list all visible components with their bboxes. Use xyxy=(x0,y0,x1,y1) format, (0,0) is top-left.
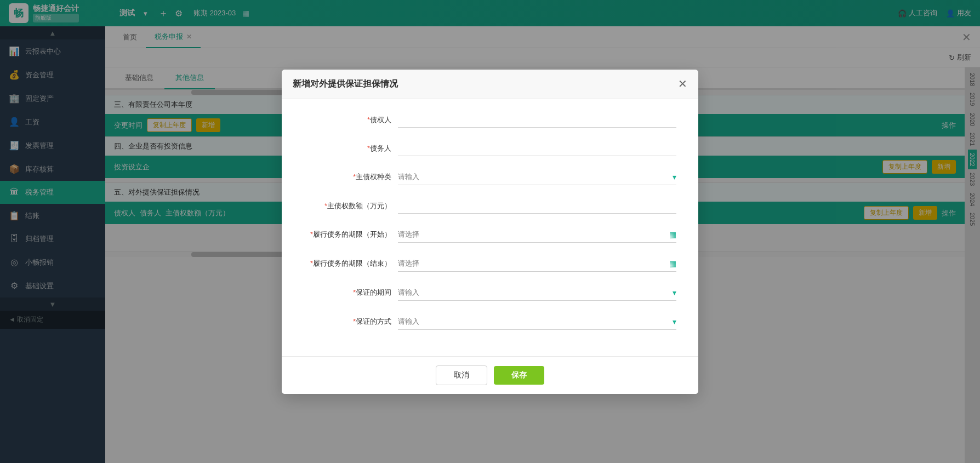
field-guarantee-method-wrapper: ▾ xyxy=(398,314,676,330)
field-guarantee-period-wrapper: ▾ xyxy=(398,285,676,301)
modal-body: *债权人 *债务人 *主债权种类 ▾ xyxy=(282,99,698,356)
field-period-start-label: *履行债务的期限（开始） xyxy=(304,230,391,239)
field-debtor-row: *债务人 xyxy=(304,141,676,156)
guarantee-method-chevron-icon[interactable]: ▾ xyxy=(673,317,676,326)
field-period-start-wrapper: ▦ xyxy=(398,227,676,243)
field-creditor-input[interactable] xyxy=(398,112,676,128)
field-creditor-label: *债权人 xyxy=(304,115,391,125)
guarantee-period-chevron-icon[interactable]: ▾ xyxy=(673,288,676,297)
field-guarantee-method-input[interactable] xyxy=(398,317,673,325)
modal-dialog: 新增对外提供保证担保情况 ✕ *债权人 *债务人 * xyxy=(282,70,698,394)
field-period-start-input[interactable] xyxy=(398,230,669,238)
field-claim-type-input[interactable] xyxy=(398,173,673,181)
field-guarantee-period-row: *保证的期间 ▾ xyxy=(304,285,676,301)
field-creditor-row: *债权人 xyxy=(304,112,676,128)
field-guarantee-period-label: *保证的期间 xyxy=(304,288,391,298)
modal-title: 新增对外提供保证担保情况 xyxy=(293,78,398,90)
field-claim-type-wrapper: ▾ xyxy=(398,169,676,185)
field-claim-amount-row: *主债权数额（万元） xyxy=(304,198,676,214)
field-period-end-wrapper: ▦ xyxy=(398,256,676,272)
claim-type-chevron-icon[interactable]: ▾ xyxy=(673,173,676,181)
field-claim-type-label: *主债权种类 xyxy=(304,172,391,182)
field-claim-amount-label: *主债权数额（万元） xyxy=(304,201,391,211)
save-button[interactable]: 保存 xyxy=(494,366,544,385)
cancel-button[interactable]: 取消 xyxy=(436,365,487,385)
field-guarantee-period-input[interactable] xyxy=(398,288,673,296)
modal-header: 新增对外提供保证担保情况 ✕ xyxy=(282,70,698,99)
modal-close-button[interactable]: ✕ xyxy=(678,78,687,89)
period-start-calendar-icon[interactable]: ▦ xyxy=(669,230,676,239)
field-guarantee-method-label: *保证的方式 xyxy=(304,317,391,327)
field-debtor-input[interactable] xyxy=(398,141,676,156)
field-period-end-row: *履行债务的期限（结束） ▦ xyxy=(304,256,676,272)
modal-overlay[interactable]: 新增对外提供保证担保情况 ✕ *债权人 *债务人 * xyxy=(0,0,980,463)
field-debtor-label: *债务人 xyxy=(304,144,391,153)
field-claim-type-row: *主债权种类 ▾ xyxy=(304,169,676,185)
field-claim-amount-input[interactable] xyxy=(398,198,676,214)
field-guarantee-method-row: *保证的方式 ▾ xyxy=(304,314,676,330)
field-period-end-label: *履行债务的期限（结束） xyxy=(304,259,391,268)
field-period-start-row: *履行债务的期限（开始） ▦ xyxy=(304,227,676,243)
period-end-calendar-icon[interactable]: ▦ xyxy=(669,259,676,268)
field-period-end-input[interactable] xyxy=(398,259,669,267)
modal-footer: 取消 保存 xyxy=(282,356,698,394)
